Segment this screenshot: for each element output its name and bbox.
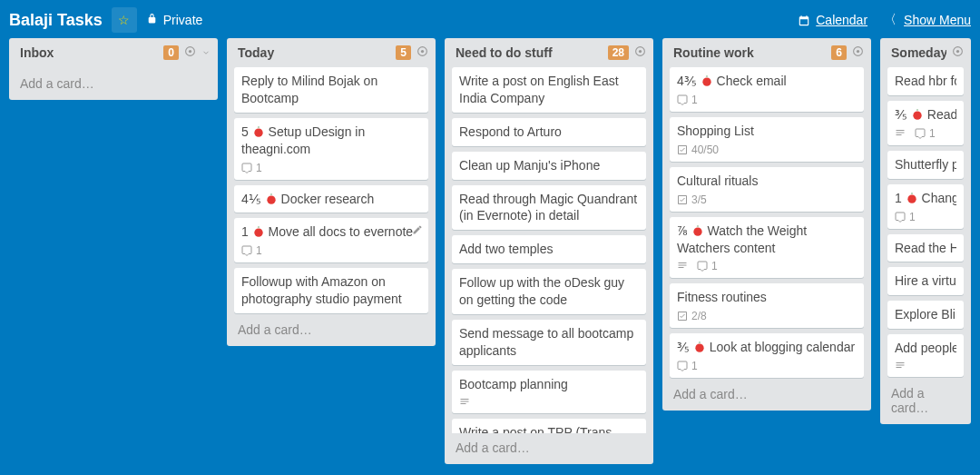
board-title[interactable]: Balaji Tasks	[9, 11, 103, 30]
card[interactable]: Shutterfly photo https://www.shut books	[887, 151, 964, 179]
card[interactable]: Shopping List40/50	[670, 117, 864, 162]
board-header: Balaji Tasks ☆ Private Calendar 〈 Show M…	[0, 0, 980, 38]
star-button[interactable]: ☆	[112, 7, 137, 33]
list-name[interactable]: Need to do stuff	[456, 45, 603, 60]
description-icon	[677, 261, 688, 272]
card[interactable]: Follow up with the oDesk guy on getting …	[452, 269, 646, 314]
card-title-text: Add two temples	[459, 242, 554, 256]
card-title: Shopping List	[677, 123, 857, 140]
card-title: ⅞ Watch the Weight Watchers content	[677, 223, 857, 257]
card-title: Hire a virtual ass	[895, 272, 956, 290]
card-badges: 1	[241, 162, 421, 174]
subscribe-icon[interactable]	[952, 45, 964, 60]
tomato-icon	[693, 341, 706, 353]
comments-badge: 1	[915, 127, 936, 140]
tomato-icon	[252, 125, 265, 138]
card-title: ⅗ Read up on	[895, 106, 956, 124]
description-icon	[895, 128, 906, 139]
add-card-button[interactable]: Add a card…	[880, 379, 971, 424]
list: Today5Reply to Milind Bojak on Bootcamp5…	[227, 38, 436, 346]
card-title-text: Respond to Arturo	[459, 124, 562, 139]
list-name[interactable]: Someday/Mayb	[891, 45, 946, 60]
add-card-button[interactable]: Add a card…	[445, 433, 653, 464]
add-card-button[interactable]: Add a card…	[227, 315, 436, 346]
card[interactable]: ⅗ Read up on1	[887, 101, 964, 145]
list-header: Need to do stuff28	[445, 38, 653, 64]
card-title: Shutterfly photo https://www.shut books	[895, 156, 956, 173]
card[interactable]: Cultural rituals3/5	[670, 167, 864, 212]
card-badges: 40/50	[677, 143, 857, 156]
tomato-icon	[252, 225, 265, 238]
card[interactable]: Clean up Manju's iPhone	[452, 152, 646, 180]
card-title: Follow up with the oDesk guy on getting …	[459, 274, 639, 309]
checklist-badge: 2/8	[677, 310, 707, 322]
card-title-text: Followup with Amazon on photography stud…	[241, 274, 402, 306]
card[interactable]: ⅞ Watch the Weight Watchers content1	[670, 217, 864, 279]
subscribe-icon[interactable]	[184, 45, 196, 60]
card[interactable]: Respond to Arturo	[452, 118, 646, 146]
card[interactable]: ⅗ Look at blogging calendar1	[670, 333, 864, 378]
card[interactable]: 5 Setup uDesign in theagni.com1	[234, 118, 428, 180]
chevron-down-icon[interactable]	[201, 45, 211, 60]
comments-badge: 1	[895, 211, 916, 223]
checklist-badge: 3/5	[677, 193, 707, 206]
checklist-badge: 40/50	[677, 143, 719, 156]
card[interactable]: Bootcamp planning	[452, 371, 646, 413]
subscribe-icon[interactable]	[852, 45, 864, 60]
subscribe-icon[interactable]	[634, 45, 646, 60]
card[interactable]: Add people to M website	[887, 334, 964, 377]
calendar-icon	[798, 13, 810, 27]
card[interactable]: Add two temples	[452, 235, 646, 263]
card[interactable]: Explore Blinkist - summarie	[887, 301, 964, 329]
list-name[interactable]: Routine work	[673, 45, 826, 60]
card-title: Followup with Amazon on photography stud…	[241, 273, 421, 308]
subscribe-icon[interactable]	[416, 45, 428, 60]
card-badges: 1	[677, 260, 857, 272]
lock-icon	[146, 13, 158, 27]
add-card-button[interactable]: Add a card…	[9, 69, 218, 100]
card[interactable]: Read hbr for 30 m	[887, 67, 964, 95]
description-icon	[459, 397, 470, 408]
card[interactable]: Fitness routines2/8	[670, 283, 864, 328]
list-header: Inbox0	[9, 38, 218, 64]
card-title-text: Read up on	[927, 107, 956, 122]
card-title-text: Write a post on TPP (Trans Pacific Partn…	[459, 425, 612, 433]
list-name[interactable]: Today	[238, 45, 390, 60]
card[interactable]: 1 Change Na subscription to M1	[887, 184, 964, 229]
card-title-text: Send message to all bootcamp applicants	[459, 326, 633, 358]
calendar-label: Calendar	[816, 13, 867, 27]
card[interactable]: Read the Habits	[887, 234, 964, 262]
list-name[interactable]: Inbox	[20, 45, 158, 60]
card[interactable]: Send message to all bootcamp applicants	[452, 320, 646, 365]
add-card-button[interactable]: Add a card…	[662, 380, 871, 411]
card-title: Fitness routines	[677, 289, 857, 306]
card[interactable]: Followup with Amazon on photography stud…	[234, 268, 428, 313]
card-prefix: 1	[895, 191, 906, 205]
card[interactable]: Reply to Milind Bojak on Bootcamp	[234, 67, 428, 113]
card-title: ⅗ Look at blogging calendar	[677, 339, 857, 356]
list-count-badge: 28	[608, 45, 629, 60]
card-title: 5 Setup uDesign in theagni.com	[241, 124, 421, 158]
tomato-icon	[691, 224, 704, 237]
card-title: 1 Change Na subscription to M	[895, 190, 956, 207]
card-badges	[895, 361, 956, 371]
card[interactable]: 4⅗ Check email1	[670, 67, 864, 112]
card-title: Reply to Milind Bojak on Bootcamp	[241, 73, 421, 107]
privacy-button[interactable]: Private	[146, 13, 203, 27]
card[interactable]: Write a post on TPP (Trans Pacific Partn…	[452, 419, 646, 433]
card-title: Bootcamp planning	[459, 376, 639, 393]
card-title: Add two temples	[459, 241, 639, 258]
edit-icon[interactable]	[412, 223, 423, 238]
list: Inbox0Add a card…	[9, 38, 218, 100]
card-title: Read the Habits	[895, 240, 956, 257]
card[interactable]: 4⅕ Docker research	[234, 185, 428, 213]
card[interactable]: Hire a virtual ass	[887, 267, 964, 295]
show-menu-button[interactable]: Show Menu	[904, 13, 971, 27]
card-list: Write a post on English East India Compa…	[445, 64, 653, 433]
star-icon: ☆	[118, 13, 130, 27]
card[interactable]: Read through Magic Quandrant (in Evernot…	[452, 185, 646, 231]
card[interactable]: Write a post on English East India Compa…	[452, 67, 646, 113]
card-list: Reply to Milind Bojak on Bootcamp5 Setup…	[227, 64, 436, 315]
card[interactable]: 1 Move all docs to evernote1	[234, 218, 428, 262]
calendar-button[interactable]: Calendar	[798, 13, 867, 27]
